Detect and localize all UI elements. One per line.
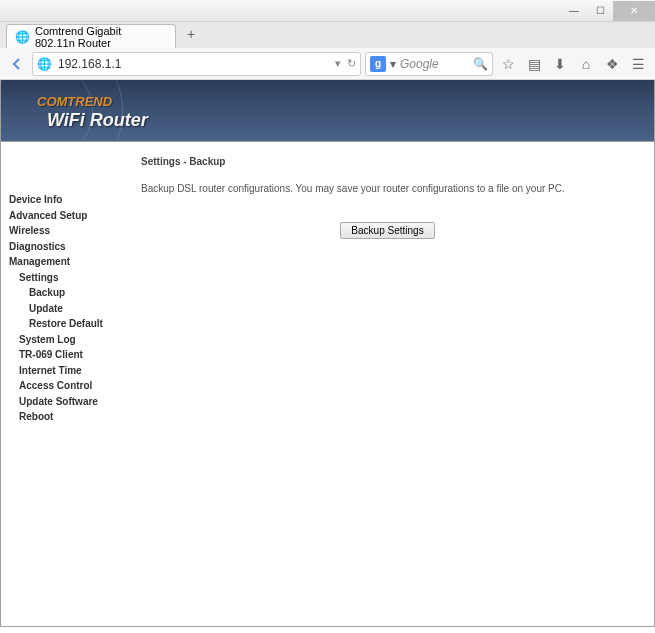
sidebar-item-advanced-setup[interactable]: Advanced Setup bbox=[9, 208, 117, 224]
browser-tab-active[interactable]: 🌐 Comtrend Gigabit 802.11n Router bbox=[6, 24, 176, 48]
back-arrow-icon bbox=[9, 56, 25, 72]
sidebar: Device InfoAdvanced SetupWirelessDiagnos… bbox=[1, 142, 121, 626]
home-icon[interactable]: ⌂ bbox=[575, 53, 597, 75]
browser-tab-bar: 🌐 Comtrend Gigabit 802.11n Router + bbox=[0, 22, 655, 48]
window-titlebar: — ☐ ✕ bbox=[0, 0, 655, 22]
search-box[interactable]: g ▾ Google 🔍 bbox=[365, 52, 493, 76]
sidebar-item-reboot[interactable]: Reboot bbox=[9, 409, 117, 425]
router-banner: COMTREND WiFi Router bbox=[0, 80, 655, 142]
window-close-button[interactable]: ✕ bbox=[613, 1, 655, 21]
back-button[interactable] bbox=[6, 53, 28, 75]
dropdown-icon[interactable]: ▾ bbox=[335, 57, 341, 70]
sidebar-item-diagnostics[interactable]: Diagnostics bbox=[9, 239, 117, 255]
sidebar-item-access-control[interactable]: Access Control bbox=[9, 378, 117, 394]
sidebar-item-settings[interactable]: Settings bbox=[9, 270, 117, 286]
globe-icon: 🌐 bbox=[37, 57, 52, 71]
page-title: Settings - Backup bbox=[141, 156, 634, 167]
download-icon[interactable]: ⬇ bbox=[549, 53, 571, 75]
window-minimize-button[interactable]: — bbox=[561, 1, 587, 21]
sidebar-item-backup[interactable]: Backup bbox=[9, 285, 117, 301]
content-area: Device InfoAdvanced SetupWirelessDiagnos… bbox=[0, 142, 655, 627]
page-description: Backup DSL router configurations. You ma… bbox=[141, 183, 634, 194]
bookmark-icon[interactable]: ☆ bbox=[497, 53, 519, 75]
google-icon: g bbox=[370, 56, 386, 72]
globe-icon: 🌐 bbox=[15, 30, 29, 44]
sidebar-item-device-info[interactable]: Device Info bbox=[9, 192, 117, 208]
browser-nav-bar: 🌐 192.168.1.1 ▾ ↻ g ▾ Google 🔍 ☆ ▤ ⬇ ⌂ ❖… bbox=[0, 48, 655, 80]
sidebar-item-wireless[interactable]: Wireless bbox=[9, 223, 117, 239]
search-placeholder: Google bbox=[400, 57, 439, 71]
url-text: 192.168.1.1 bbox=[58, 57, 121, 71]
sidebar-item-system-log[interactable]: System Log bbox=[9, 332, 117, 348]
sidebar-item-internet-time[interactable]: Internet Time bbox=[9, 363, 117, 379]
main-panel: Settings - Backup Backup DSL router conf… bbox=[121, 142, 654, 626]
tab-title: Comtrend Gigabit 802.11n Router bbox=[35, 25, 147, 49]
window-maximize-button[interactable]: ☐ bbox=[587, 1, 613, 21]
sidebar-item-update-software[interactable]: Update Software bbox=[9, 394, 117, 410]
library-icon[interactable]: ▤ bbox=[523, 53, 545, 75]
menu-icon[interactable]: ☰ bbox=[627, 53, 649, 75]
new-tab-button[interactable]: + bbox=[180, 26, 202, 48]
url-bar[interactable]: 🌐 192.168.1.1 ▾ ↻ bbox=[32, 52, 361, 76]
search-icon[interactable]: 🔍 bbox=[473, 57, 488, 71]
backup-settings-button[interactable]: Backup Settings bbox=[340, 222, 434, 239]
reload-icon[interactable]: ↻ bbox=[347, 57, 356, 70]
sidebar-item-update[interactable]: Update bbox=[9, 301, 117, 317]
sidebar-item-restore-default[interactable]: Restore Default bbox=[9, 316, 117, 332]
addon-icon[interactable]: ❖ bbox=[601, 53, 623, 75]
sidebar-item-tr-069-client[interactable]: TR-069 Client bbox=[9, 347, 117, 363]
brand-line1: COMTREND bbox=[37, 94, 112, 109]
sidebar-item-management[interactable]: Management bbox=[9, 254, 117, 270]
brand-line2: WiFi Router bbox=[47, 110, 148, 131]
